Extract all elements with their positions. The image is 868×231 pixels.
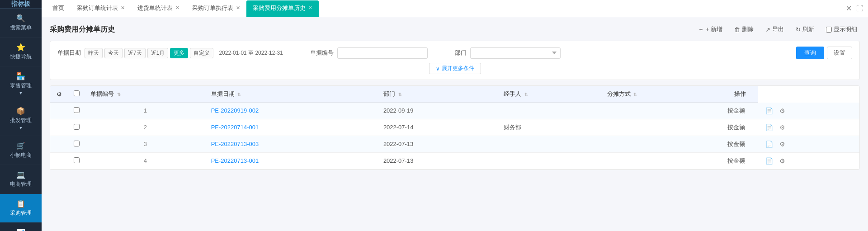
row-gear-cell: [50, 136, 68, 152]
edit-icon[interactable]: 📄: [764, 123, 775, 132]
inventory-icon: 📊: [16, 228, 25, 231]
row-checkbox[interactable]: [74, 124, 80, 130]
row-dept: [498, 103, 601, 119]
tab-inbound-stats[interactable]: 进货单统计表 ✕: [131, 0, 186, 17]
sort-icon[interactable]: ⇅: [524, 92, 528, 97]
more-icon[interactable]: ⚙: [778, 106, 787, 115]
last1month-btn[interactable]: 近1月: [147, 48, 169, 58]
show-columns-checkbox[interactable]: 显示明细: [823, 24, 860, 35]
cart-icon: 🛒: [16, 141, 25, 150]
filter-dept-field: 部门: [455, 47, 561, 59]
tab-cost-alloc-history[interactable]: 采购费用分摊单历史 ✕: [246, 0, 319, 17]
row-action-cell: 📄 ⚙: [758, 136, 859, 152]
page-title: 采购费用分摊单历史: [50, 25, 115, 34]
row-action-cell: 📄 ⚙: [758, 103, 859, 119]
doc-num-link[interactable]: PE-20220919-002: [211, 107, 259, 114]
date-label: 单据日期: [57, 49, 81, 57]
row-alloc-method: 按金额: [722, 119, 758, 136]
action-column-header: 操作: [722, 86, 758, 103]
row-action-cell: 📄 ⚙: [758, 119, 859, 136]
sidebar-item-label: 批发管理: [10, 117, 32, 124]
sort-icon[interactable]: ⇅: [633, 92, 637, 97]
sidebar-item-ecommerce-small[interactable]: 🛒 小畅电商: [0, 136, 42, 165]
row-alloc-method: 按金额: [722, 136, 758, 152]
row-checkbox-cell[interactable]: [68, 136, 85, 152]
row-doc-date: 2022-07-13: [378, 152, 498, 169]
filter-docnum-field: 单据编号: [310, 47, 428, 59]
sort-icon[interactable]: ⇅: [117, 92, 121, 97]
page-content: 采购费用分摊单历史 ＋ + 新增 🗑 删除 ↗ 导出 ↻ 刷新: [42, 17, 868, 231]
show-columns-label: 显示明细: [834, 25, 857, 33]
data-table: ⚙ 单据编号 ⇅ 单据日期 ⇅: [50, 85, 860, 170]
sidebar-item-wholesale[interactable]: 📦 批发管理 ▼: [0, 101, 42, 136]
doc-num-column-header: 单据编号 ⇅: [85, 86, 206, 103]
doc-num-link[interactable]: PE-20220714-001: [211, 124, 259, 131]
show-columns-check[interactable]: [826, 27, 832, 33]
dept-label: 部门: [455, 49, 467, 57]
row-doc-num[interactable]: PE-20220714-001: [206, 119, 378, 136]
add-button[interactable]: ＋ + 新增: [695, 24, 725, 35]
refresh-button[interactable]: ↻ 刷新: [793, 24, 817, 35]
sort-icon[interactable]: ⇅: [237, 92, 241, 97]
sidebar-item-label: 电商管理: [10, 180, 32, 188]
row-checkbox-cell[interactable]: [68, 152, 85, 169]
doc-num-link[interactable]: PE-20220713-003: [211, 141, 259, 147]
dept-select[interactable]: [470, 47, 561, 59]
gear-icon[interactable]: ⚙: [57, 91, 62, 98]
retail-icon: 🏪: [16, 72, 25, 80]
row-checkbox[interactable]: [74, 141, 80, 146]
refresh-icon: ↻: [796, 26, 801, 33]
sidebar-item-ecommerce-mgmt[interactable]: 💻 电商管理: [0, 165, 42, 194]
row-checkbox-cell[interactable]: [68, 103, 85, 119]
add-label: + 新增: [706, 25, 722, 33]
tab-home[interactable]: 首页: [46, 0, 71, 17]
edit-icon[interactable]: 📄: [764, 106, 775, 115]
custom-btn[interactable]: 自定义: [190, 48, 213, 58]
close-icon[interactable]: ✕: [175, 5, 179, 11]
last7days-btn[interactable]: 近7天: [124, 48, 146, 58]
row-doc-num[interactable]: PE-20220713-003: [206, 136, 378, 152]
close-icon[interactable]: ✕: [308, 5, 312, 11]
docnum-input[interactable]: [337, 47, 428, 59]
expand-more-btn[interactable]: ∨ 展开更多条件: [429, 63, 481, 74]
row-checkbox[interactable]: [74, 107, 80, 113]
row-doc-num[interactable]: PE-20220713-001: [206, 152, 378, 169]
tab-bar: 首页 采购订单统计表 ✕ 进货单统计表 ✕ 采购订单执行表 ✕ 采购费用分摊单历…: [42, 0, 868, 17]
more-icon[interactable]: ⚙: [778, 156, 787, 165]
records-table: ⚙ 单据编号 ⇅ 单据日期 ⇅: [50, 86, 859, 170]
tab-label: 进货单统计表: [137, 4, 173, 12]
row-doc-num[interactable]: PE-20220919-002: [206, 103, 378, 119]
close-window-icon[interactable]: ✕: [846, 4, 852, 13]
sidebar-item-purchase[interactable]: 📋 采购管理: [0, 194, 42, 223]
sidebar-item-quicknav[interactable]: ⭐ 快捷导航: [0, 38, 42, 66]
row-gear-cell: [50, 103, 68, 119]
maximize-icon[interactable]: ⛶: [856, 5, 863, 13]
select-all-checkbox[interactable]: [74, 90, 80, 96]
doc-num-link[interactable]: PE-20220713-001: [211, 157, 259, 164]
settings-button[interactable]: 设置: [827, 47, 852, 59]
sort-icon[interactable]: ⇅: [398, 92, 402, 97]
close-icon[interactable]: ✕: [236, 5, 240, 11]
today-btn[interactable]: 今天: [104, 48, 123, 58]
row-number: 3: [85, 136, 206, 152]
more-btn[interactable]: 更多: [170, 48, 188, 58]
sidebar-item-inventory[interactable]: 📊 库存核算: [0, 223, 42, 231]
delete-button[interactable]: 🗑 删除: [731, 24, 756, 35]
table-row: 3 PE-20220713-003 2022-07-13 按金额 📄 ⚙: [50, 136, 859, 152]
tab-purchase-execution[interactable]: 采购订单执行表 ✕: [186, 0, 246, 17]
sidebar-item-search[interactable]: 🔍 搜索菜单: [0, 9, 42, 38]
row-checkbox-cell[interactable]: [68, 119, 85, 136]
edit-icon[interactable]: 📄: [764, 156, 775, 165]
tab-purchase-order-stats[interactable]: 采购订单统计表 ✕: [71, 0, 131, 17]
more-icon[interactable]: ⚙: [778, 123, 787, 132]
edit-icon[interactable]: 📄: [764, 140, 775, 149]
close-icon[interactable]: ✕: [121, 5, 125, 11]
sidebar-item-label: 快捷导航: [10, 53, 32, 61]
row-dept: [498, 136, 601, 152]
query-button[interactable]: 查询: [796, 47, 824, 59]
export-button[interactable]: ↗ 导出: [763, 24, 787, 35]
row-checkbox[interactable]: [74, 157, 80, 163]
yesterday-btn[interactable]: 昨天: [85, 48, 103, 58]
sidebar-item-retail[interactable]: 🏪 零售管理 ▼: [0, 66, 42, 101]
more-icon[interactable]: ⚙: [778, 140, 787, 149]
